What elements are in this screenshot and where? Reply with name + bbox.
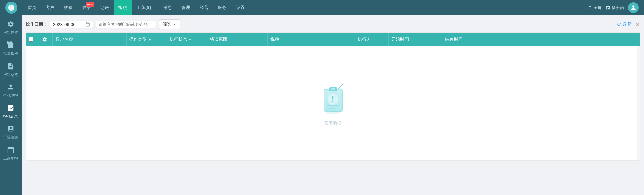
top-nav: S 首页 客户 收费 票据 new 记账 报税 工商项目 消息 管理 经营 服务… xyxy=(0,0,644,15)
sidebar-item-label: 批量报税 xyxy=(3,51,18,56)
scroll-indicator[interactable] xyxy=(637,46,640,160)
sidebar-item-tax-records[interactable]: 报税记录 xyxy=(0,101,22,121)
calendar-icon xyxy=(85,22,90,27)
fullscreen-btn[interactable]: 全屏 xyxy=(588,5,602,11)
search-input[interactable] xyxy=(99,22,142,27)
svg-rect-1 xyxy=(8,43,14,44)
main-layout: 报税设置 批量报税 报税总览 个税申报 xyxy=(0,15,644,195)
sidebar-item-label: 汇算清缴 xyxy=(3,135,18,140)
svg-rect-8 xyxy=(331,88,335,90)
chevron-down-icon xyxy=(173,22,177,26)
member-btn[interactable]: 畅会员 xyxy=(606,5,624,11)
nav-menu: 首页 客户 收费 票据 new 记账 报税 工商项目 消息 管理 经营 服务 设… xyxy=(23,0,588,15)
main-content: 操作日期： 筛选 刷新 ✕ xyxy=(22,15,644,195)
refresh-button[interactable]: 刷新 xyxy=(617,21,632,27)
sidebar-item-settlement[interactable]: 汇算清缴 xyxy=(0,121,22,142)
col-tax-type: 税种 xyxy=(268,33,355,46)
svg-rect-12 xyxy=(327,108,336,109)
svg-point-13 xyxy=(326,111,340,114)
search-box[interactable] xyxy=(96,21,156,28)
col-checkbox[interactable] xyxy=(26,33,39,46)
col-operation-type: 操作类型 ▼ xyxy=(127,33,167,46)
close-button[interactable]: ✕ xyxy=(635,21,640,27)
refresh-icon xyxy=(617,22,621,27)
sidebar-item-label: 工商年报 xyxy=(3,156,18,161)
toolbar: 操作日期： 筛选 刷新 ✕ xyxy=(26,20,640,29)
sidebar-item-label: 报税记录 xyxy=(3,114,18,119)
toolbar-right: 刷新 ✕ xyxy=(617,21,640,27)
sidebar-item-personal-tax[interactable]: 个税申报 xyxy=(0,80,22,101)
batch-icon xyxy=(6,40,15,50)
nav-bookkeeping[interactable]: 记账 xyxy=(95,0,114,15)
sidebar: 报税设置 批量报税 报税总览 个税申报 xyxy=(0,15,22,195)
nav-billing[interactable]: 收费 xyxy=(59,0,77,15)
col-exec-status: 执行状态 ▼ xyxy=(167,33,207,46)
sidebar-item-label: 报税设置 xyxy=(3,30,18,35)
col-executor: 执行人 xyxy=(355,33,389,46)
svg-text:!: ! xyxy=(332,95,334,103)
sidebar-item-tax-settings[interactable]: 报税设置 xyxy=(0,17,22,38)
annual-icon xyxy=(6,145,15,155)
nav-service[interactable]: 服务 xyxy=(213,0,231,15)
user-avatar[interactable] xyxy=(628,2,639,13)
sidebar-item-tax-summary[interactable]: 报税总览 xyxy=(0,59,22,80)
empty-state: ! xyxy=(314,67,351,140)
nav-customer[interactable]: 客户 xyxy=(41,0,59,15)
svg-rect-11 xyxy=(327,105,339,106)
nav-industry[interactable]: 工商项目 xyxy=(132,0,159,15)
select-all-checkbox[interactable] xyxy=(29,37,33,42)
gear-icon xyxy=(42,37,47,42)
date-label: 操作日期： xyxy=(26,21,47,27)
person-icon xyxy=(6,82,15,92)
nav-message[interactable]: 消息 xyxy=(159,0,177,15)
sidebar-item-label: 个税申报 xyxy=(3,93,18,98)
col-customer-name: 客户名称 xyxy=(53,33,127,46)
nav-invoice[interactable]: 票据 new xyxy=(77,0,95,15)
data-table: 客户名称 操作类型 ▼ 执行状态 ▼ 错误原因 税种 执行人 xyxy=(26,32,640,161)
nav-manage[interactable]: 管理 xyxy=(177,0,195,15)
records-icon xyxy=(6,103,15,113)
search-icon xyxy=(144,22,148,27)
table-body: ! xyxy=(26,46,640,160)
nav-right: 全屏 畅会员 xyxy=(588,2,639,13)
col-gear[interactable] xyxy=(39,33,53,46)
col-end-time: 结束时间 xyxy=(442,33,496,46)
summary-icon xyxy=(6,62,15,71)
nav-settings[interactable]: 设置 xyxy=(231,0,249,15)
col-error-reason: 错误原因 xyxy=(207,33,268,46)
sidebar-item-label: 报税总览 xyxy=(3,72,18,77)
col-start-time: 开始时间 xyxy=(389,33,442,46)
empty-text: 暂无数据 xyxy=(324,120,342,126)
empty-illustration: ! xyxy=(314,80,351,117)
nav-home[interactable]: 首页 xyxy=(23,0,41,15)
filter-button[interactable]: 筛选 xyxy=(159,20,180,29)
settings-icon xyxy=(6,20,15,29)
app-logo[interactable]: S xyxy=(5,2,17,14)
sidebar-item-batch-tax[interactable]: 批量报税 xyxy=(0,38,22,58)
svg-line-3 xyxy=(339,84,343,88)
calc-icon xyxy=(6,124,15,133)
svg-text:S: S xyxy=(10,6,12,9)
sort-icon: ▼ xyxy=(188,38,192,41)
table-header: 客户名称 操作类型 ▼ 执行状态 ▼ 错误原因 税种 执行人 xyxy=(26,33,640,46)
nav-operation[interactable]: 经营 xyxy=(195,0,213,15)
date-picker[interactable] xyxy=(50,21,93,28)
sort-icon: ▼ xyxy=(148,38,152,41)
nav-tax[interactable]: 报税 xyxy=(114,0,132,15)
new-badge: new xyxy=(86,2,94,7)
sidebar-item-annual-report[interactable]: 工商年报 xyxy=(0,143,22,163)
date-input[interactable] xyxy=(53,22,83,27)
